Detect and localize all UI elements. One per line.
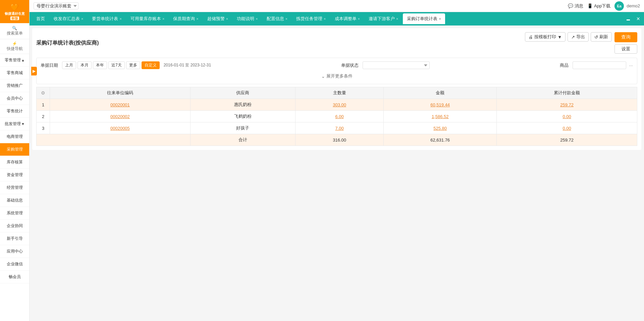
sidebar-item-retail-stats[interactable]: 零售统计 xyxy=(0,105,29,118)
account-selector[interactable]: 母婴行业演示账套 xyxy=(34,2,78,9)
sidebar-item-search[interactable]: 🔍 搜索菜单 xyxy=(0,23,29,39)
sidebar-item-purchase-mgmt[interactable]: 采购管理 xyxy=(0,143,29,156)
data-table: ⚙ 往来单位编码 供应商 主数量 xyxy=(36,87,637,146)
user-area[interactable]: Ea demo2 xyxy=(614,1,640,11)
tab-purchase-stat[interactable]: 要货单统计表 × xyxy=(88,13,125,24)
tab-receive-pay[interactable]: 收发存汇总表 × xyxy=(50,13,87,24)
date-btn-7days[interactable]: 近7天 xyxy=(108,61,125,69)
app-logo[interactable]: 🧡 畅捷通好生意 标版 xyxy=(0,0,29,23)
sidebar-item-basic-info[interactable]: 基础信息 xyxy=(0,194,29,207)
close-tab-func-desc[interactable]: × xyxy=(256,17,258,21)
table-row: 1 00020001 惠氏奶粉 303.00 60,519.44 259.72 xyxy=(37,99,637,111)
refresh-button[interactable]: ↺ 刷新 xyxy=(591,32,612,42)
close-tab-inventory-book[interactable]: × xyxy=(162,17,164,21)
goods-more-icon[interactable]: ··· xyxy=(629,63,633,68)
query-button[interactable]: 查询 xyxy=(614,32,637,42)
row-amount[interactable]: 60,519.44 xyxy=(384,99,497,111)
header-actions: 💬 消息 📱 App下载 Ea demo2 xyxy=(568,1,640,11)
sidebar-item-app-center[interactable]: 应用中心 xyxy=(0,245,29,258)
close-tab-expiry-query[interactable]: × xyxy=(196,17,198,21)
tab-overstock-warn[interactable]: 超储预警 × xyxy=(203,13,232,24)
row-qty[interactable]: 6.00 xyxy=(295,111,383,122)
date-btn-this-month[interactable]: 本月 xyxy=(77,61,92,69)
date-btn-custom[interactable]: 自定义 xyxy=(142,61,160,69)
sidebar-item-member-center[interactable]: 会员中心 xyxy=(0,92,29,105)
sidebar-item-quick-nav[interactable]: ⚡ 快捷导航 xyxy=(0,39,29,54)
table-header-supplier: 供应商 xyxy=(190,87,295,99)
topbar-close-btn[interactable]: × xyxy=(635,15,641,22)
app-download-btn[interactable]: 📱 App下载 xyxy=(587,3,610,9)
tab-inventory-book[interactable]: 可用量库存账本 × xyxy=(126,13,168,24)
close-tab-receive-pay[interactable]: × xyxy=(81,17,83,21)
status-select[interactable] xyxy=(363,61,430,69)
goods-input[interactable] xyxy=(573,61,626,69)
tab-purchase-order-stat[interactable]: 采购订单统计表 × xyxy=(403,13,445,24)
phone-icon: 📱 xyxy=(587,3,593,8)
page-title-bar: 采购订单统计表(按供应商) 🖨 按模板打印 ▼ ↗ 导出 ↺ xyxy=(36,32,637,54)
settings-button[interactable]: 设置 xyxy=(614,44,637,54)
close-tab-overstock-warn[interactable]: × xyxy=(226,17,228,21)
collapse-arrow-btn[interactable]: ▶ xyxy=(31,67,37,75)
close-tab-purchase-order-stat[interactable]: × xyxy=(439,17,441,21)
sidebar-item-enterprise[interactable]: 企业协同 xyxy=(0,220,29,232)
sidebar-item-wholesale-mgmt[interactable]: 批发管理 ▼ xyxy=(0,118,29,130)
member-center-label: 会员中心 xyxy=(7,96,23,101)
sidebar-item-ecom-mgmt[interactable]: 电商管理 xyxy=(0,130,29,143)
close-tab-purchase-stat[interactable]: × xyxy=(119,17,121,21)
quick-nav-icon: ⚡ xyxy=(0,41,29,46)
sidebar-item-retail-mgmt[interactable]: 零售管理 ▲ xyxy=(0,54,29,67)
tab-config-info[interactable]: 配置信息 × xyxy=(263,13,291,24)
tab-expiry-query[interactable]: 保质期查询 × xyxy=(169,13,202,24)
date-btn-last-month[interactable]: 上月 xyxy=(62,61,76,69)
row-code[interactable]: 00020001 xyxy=(50,99,191,111)
tab-func-desc[interactable]: 功能说明 × xyxy=(233,13,262,24)
row-code[interactable]: 00020002 xyxy=(50,111,191,122)
refresh-icon: ↺ xyxy=(594,35,598,40)
logo-text: 畅捷通好生意 xyxy=(1,11,28,16)
table-total-row: 合计 316.00 62,631.76 259.72 xyxy=(37,134,637,146)
total-paid-cell: 259.72 xyxy=(497,134,637,146)
guide-label: 新手引导 xyxy=(7,236,23,242)
logo-icon: 🧡 xyxy=(1,3,28,11)
sidebar-item-finance[interactable]: 资金管理 xyxy=(0,169,29,181)
column-settings-icon[interactable]: ⚙ xyxy=(41,90,45,96)
sidebar-item-sys-mgmt[interactable]: 系统管理 xyxy=(0,207,29,220)
message-btn[interactable]: 💬 消息 xyxy=(568,3,583,9)
sidebar-item-guide[interactable]: 新手引导 xyxy=(0,232,29,245)
export-button[interactable]: ↗ 导出 xyxy=(568,32,589,42)
row-amount[interactable]: 525.80 xyxy=(384,122,497,134)
tab-home[interactable]: 首页 xyxy=(32,13,49,24)
row-paid[interactable]: 0.00 xyxy=(497,122,637,134)
sidebar-item-vip[interactable]: 畅会员 xyxy=(0,271,29,283)
row-qty[interactable]: 303.00 xyxy=(295,99,383,111)
row-no: 2 xyxy=(37,111,50,122)
date-filter-label: 单据日期 xyxy=(41,62,58,68)
minimize-btn[interactable]: 🗕 xyxy=(624,16,632,22)
avatar: Ea xyxy=(614,1,624,11)
app-download-label: App下载 xyxy=(594,3,610,9)
close-tab-pick-task[interactable]: × xyxy=(324,17,326,21)
tab-cost-adjust[interactable]: 成本调整单 × xyxy=(331,13,364,24)
row-code[interactable]: 00020005 xyxy=(50,122,191,134)
row-supplier: 好孩子 xyxy=(190,122,295,134)
sidebar-item-marketing[interactable]: 营销推广 xyxy=(0,79,29,92)
sidebar-item-inventory[interactable]: 库存核算 xyxy=(0,156,29,169)
row-amount[interactable]: 1,586.52 xyxy=(384,111,497,122)
close-tab-invite-downstream[interactable]: × xyxy=(396,17,398,21)
sidebar-item-retail-shop[interactable]: 零售商城 xyxy=(0,67,29,79)
table-header-settings[interactable]: ⚙ xyxy=(37,87,50,99)
tab-invite-downstream[interactable]: 邀请下游客户 × xyxy=(365,13,402,24)
row-paid[interactable]: 0.00 xyxy=(497,111,637,122)
ecom-mgmt-label: 电商管理 xyxy=(7,134,23,140)
date-btn-this-year[interactable]: 本年 xyxy=(93,61,107,69)
sidebar-item-enterprise-wx[interactable]: 企业微信 xyxy=(0,258,29,271)
close-tab-config-info[interactable]: × xyxy=(285,17,287,21)
print-button[interactable]: 🖨 按模板打印 ▼ xyxy=(525,32,566,42)
sidebar-item-ops-mgmt[interactable]: 经营管理 xyxy=(0,181,29,194)
row-qty[interactable]: 7.00 xyxy=(295,122,383,134)
expand-more-btn[interactable]: ⌄ 展开更多条件 xyxy=(321,72,353,81)
close-tab-cost-adjust[interactable]: × xyxy=(358,17,360,21)
tab-pick-task[interactable]: 拣货任务管理 × xyxy=(292,13,330,24)
date-btn-more[interactable]: 更多 xyxy=(126,61,140,69)
row-paid[interactable]: 259.72 xyxy=(497,99,637,111)
